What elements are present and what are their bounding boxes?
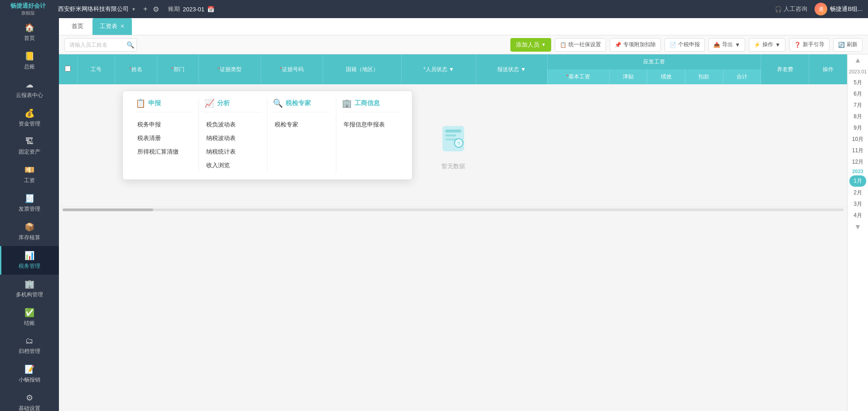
menu-item-tax-fluctuation[interactable]: 纳税波动表 (204, 131, 262, 145)
period-display: 账期 2023-01 📅 (168, 5, 214, 13)
special-deduction-button[interactable]: 📌 专项附加扣除 (610, 38, 661, 52)
new-guide-label: 新手引导 (803, 41, 824, 48)
special-deduction-icon: 📌 (615, 42, 621, 48)
special-deduction-label: 专项附加扣除 (623, 41, 656, 48)
dropdown-section-analysis: 📈 分析 税负波动表 纳税波动表 纳税统计表 收入浏览 (199, 98, 268, 172)
sidebar-item-fixed-assets[interactable]: 🏗 固定资产 (0, 132, 59, 160)
sidebar-label-xiao: 小畅报销 (19, 376, 40, 384)
sidebar-item-inventory[interactable]: 📦 库存核算 (0, 218, 59, 246)
month-3[interactable]: 3月 (848, 198, 868, 210)
social-insurance-button[interactable]: 📋 统一社保设置 (555, 38, 606, 52)
report-icon: 📝 (24, 364, 34, 374)
search-input[interactable] (64, 38, 137, 52)
settings-icon[interactable]: ⚙ (153, 5, 159, 14)
month-5[interactable]: 5月 (848, 77, 868, 88)
menu-item-income-tax-calc[interactable]: 所得税汇算清缴 (136, 145, 193, 159)
ledger-icon: 📒 (24, 51, 34, 61)
social-insurance-label: 统一社保设置 (568, 41, 601, 48)
month-9[interactable]: 9月 (848, 122, 868, 134)
scrollbar-track[interactable] (63, 208, 844, 211)
header-checkbox[interactable] (59, 54, 77, 84)
period-value: 2023-01 (183, 6, 204, 13)
sidebar-item-multi-org[interactable]: 🏢 多机构管理 (0, 275, 59, 303)
sidebar-item-basic-settings[interactable]: ⚙ 基础设置 (0, 388, 59, 411)
operation-arrow-icon: ▼ (775, 42, 781, 48)
section-title-business-info: 工商信息 (354, 99, 380, 107)
new-guide-icon: ❓ (794, 42, 801, 48)
refresh-button[interactable]: 🔄 刷新 (833, 38, 863, 52)
sidebar-item-checkout[interactable]: ✅ 结账 (0, 303, 59, 332)
month-10[interactable]: 10月 (848, 134, 868, 145)
section-header-analysis: 📈 分析 (204, 98, 262, 112)
select-all-checkbox[interactable] (65, 66, 71, 72)
inventory-icon: 📦 (24, 222, 34, 232)
month-2[interactable]: 2月 (848, 187, 868, 198)
sub-header-deduction: 扣款 (685, 69, 723, 84)
user-info[interactable]: 通 畅捷通B组... (815, 3, 863, 15)
sidebar-label-ledger: 总账 (24, 63, 35, 71)
tax-expert-section-icon: 🔍 (273, 98, 283, 108)
app-subtitle: 旗舰版 (21, 10, 35, 16)
export-button[interactable]: 📤 导出 ▼ (708, 38, 745, 52)
sidebar-item-payroll[interactable]: 💴 工资 (0, 160, 59, 189)
operation-button[interactable]: ⚡ 操作 ▼ (749, 38, 786, 52)
search-wrap: 🔍 (64, 38, 137, 52)
tab-payroll[interactable]: 工资表 ✕ (92, 18, 132, 35)
section-title-declaration: 申报 (148, 99, 161, 107)
sidebar-label-tax: 税务管理 (19, 262, 40, 270)
scrollbar-thumb[interactable] (63, 208, 153, 211)
tab-home-label: 首页 (72, 22, 83, 30)
next-nav-icon[interactable]: ▼ (854, 221, 862, 233)
service-button[interactable]: 🎧 人工咨询 (775, 5, 807, 13)
dropdown-arrow-icon: ▼ (541, 42, 546, 47)
menu-item-tax-check[interactable]: 税检专家 (273, 118, 330, 131)
month-4[interactable]: 4月 (848, 210, 868, 221)
sidebar-item-invoice[interactable]: 🧾 发票管理 (0, 189, 59, 218)
export-icon: 📤 (713, 42, 720, 48)
svg-rect-2 (445, 134, 456, 136)
menu-item-tax-stats[interactable]: 纳税统计表 (204, 145, 262, 159)
user-name: 畅捷通B组... (830, 5, 863, 13)
sidebar-label-inventory: 库存核算 (19, 234, 40, 242)
month-11[interactable]: 11月 (848, 145, 868, 156)
menu-item-tax-schedule[interactable]: 税表清册 (136, 131, 193, 145)
header-name: *姓名 (115, 54, 157, 84)
headset-icon: 🎧 (775, 6, 782, 13)
prev-nav-icon[interactable]: ▲ (854, 54, 862, 66)
avatar-text: 通 (819, 6, 824, 13)
month-6[interactable]: 6月 (848, 88, 868, 100)
scrollbar-area[interactable] (59, 207, 847, 212)
sidebar-item-home[interactable]: 🏠 首页 (0, 18, 59, 47)
month-12[interactable]: 12月 (848, 156, 868, 168)
add-person-button[interactable]: 添加人员 ▼ (510, 38, 551, 52)
header-id-type: *证据类型 (199, 54, 261, 84)
new-guide-button[interactable]: ❓ 新手引导 (789, 38, 829, 52)
sidebar-item-ledger[interactable]: 📒 总账 (0, 47, 59, 75)
tax-return-button[interactable]: 📄 个税申报 (664, 38, 705, 52)
tax-return-icon: 📄 (669, 42, 676, 48)
sidebar-item-archive[interactable]: 🗂 归档管理 (0, 332, 59, 360)
sidebar-item-fund[interactable]: 💰 资金管理 (0, 104, 59, 132)
month-7[interactable]: 7月 (848, 100, 868, 111)
sub-header-allowance: 津贴 (609, 69, 647, 84)
menu-item-tax-declare[interactable]: 税务申报 (136, 118, 193, 131)
assets-icon: 🏗 (25, 137, 34, 146)
sidebar-item-xiao-report[interactable]: 📝 小畅报销 (0, 360, 59, 388)
company-selector[interactable]: 西安虾米网络科技有限公司 ▼ (58, 5, 136, 13)
search-icon[interactable]: 🔍 (126, 41, 134, 48)
month-1-current[interactable]: 1月 (849, 175, 866, 187)
add-icon[interactable]: + (143, 5, 147, 13)
empty-icon: ? (435, 121, 471, 157)
tab-home[interactable]: 首页 (64, 18, 91, 35)
sidebar-item-cloud-report[interactable]: ☁ 云报表中心 (0, 75, 59, 104)
menu-item-income-browse[interactable]: 收入浏览 (204, 159, 262, 172)
sidebar-label-archive: 归档管理 (19, 348, 40, 355)
sidebar-label-invoice: 发票管理 (19, 205, 40, 213)
menu-item-annual-report[interactable]: 年报信息申报表 (342, 118, 400, 131)
calendar-icon[interactable]: 📅 (207, 6, 214, 13)
close-icon[interactable]: ✕ (120, 23, 125, 29)
sidebar-item-tax[interactable]: 📊 税务管理 (0, 246, 59, 275)
menu-item-tax-burden[interactable]: 税负波动表 (204, 118, 262, 131)
header-pension: 养老费 (761, 54, 809, 84)
month-8[interactable]: 8月 (848, 111, 868, 122)
